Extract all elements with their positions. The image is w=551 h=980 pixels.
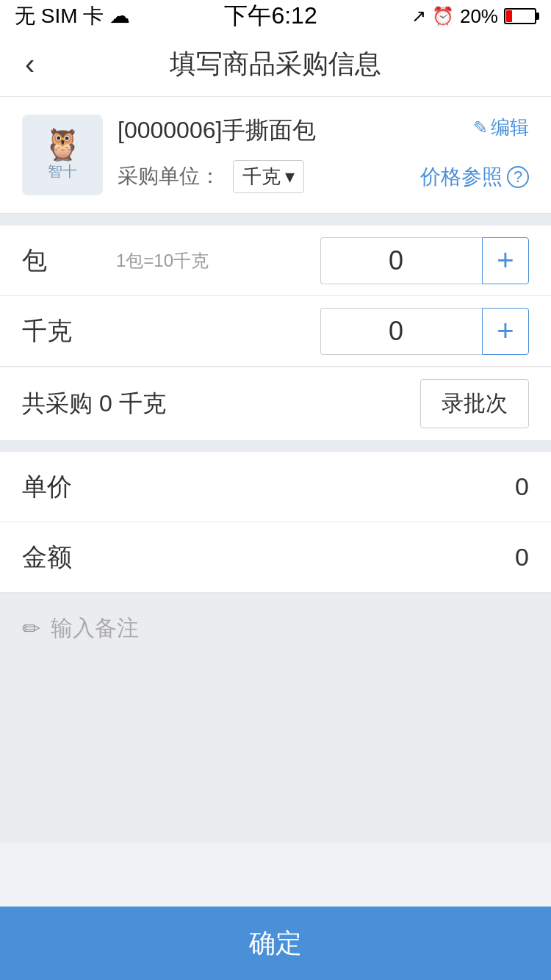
product-unit-row: 采购单位： 千克 ▾ 价格参照 ? [118,160,529,193]
section-divider-1 [0,214,551,226]
unit-dropdown-arrow: ▾ [285,165,295,188]
amount-value: 0 [515,543,529,572]
unit-label-area: 采购单位： 千克 ▾ [118,160,304,193]
bag-input-group: + [320,237,529,284]
product-header: [0000006]手撕面包 ✎ 编辑 [118,115,529,147]
amount-row: 金额 0 [0,522,551,593]
edit-button[interactable]: ✎ 编辑 [473,115,529,140]
kg-row: 千克 + [0,296,551,367]
kg-label: 千克 [22,314,110,348]
price-reference-button[interactable]: 价格参照 ? [420,163,529,191]
total-row: 共采购 0 千克 录批次 [0,367,551,440]
kg-quantity-input[interactable] [320,308,482,355]
page-title: 填写商品采购信息 [170,46,381,82]
notes-pencil-icon: ✏ [22,616,40,641]
battery-icon [504,8,536,24]
bag-plus-button[interactable]: + [482,237,529,284]
bag-row: 包 1包=10千克 + [0,226,551,296]
price-ref-label: 价格参照 [420,163,503,191]
status-left: 无 SIM 卡 ☁ [15,2,130,30]
unit-label: 采购单位： [118,165,220,187]
status-time: 下午6:12 [224,0,317,32]
product-thumbnail: 🦉 智十 [22,115,103,195]
alarm-icon: ⏰ [432,6,454,26]
bag-quantity-input[interactable] [320,237,482,284]
product-name: [0000006]手撕面包 [118,115,316,147]
product-info: [0000006]手撕面包 ✎ 编辑 采购单位： 千克 ▾ 价格参照 ? [118,115,529,193]
notes-placeholder: 输入备注 [51,613,139,644]
section-divider-2 [0,440,551,452]
product-thumb-text: 智十 [48,162,77,181]
edit-icon: ✎ [473,118,488,138]
kg-plus-button[interactable]: + [482,308,529,355]
confirm-button[interactable]: 确定 [0,907,551,980]
unit-value: 千克 [242,164,281,190]
status-bar: 无 SIM 卡 ☁ 下午6:12 ↗ ⏰ 20% [0,0,551,32]
quantity-section: 包 1包=10千克 + 千克 + 共采购 0 千克 录批次 [0,226,551,440]
kg-input-group: + [320,308,529,355]
unit-price-value: 0 [515,472,529,501]
record-batch-button[interactable]: 录批次 [420,379,529,428]
pricing-section: 单价 0 金额 0 [0,452,551,593]
amount-label: 金额 [22,541,72,574]
unit-price-label: 单价 [22,470,72,504]
notes-section[interactable]: ✏ 输入备注 [0,593,551,843]
unit-selector[interactable]: 千克 ▾ [233,160,304,193]
bag-sublabel: 1包=10千克 [116,249,209,273]
total-label: 共采购 0 千克 [22,388,166,420]
nav-icon: ↗ [411,6,426,26]
nav-bar: ‹ 填写商品采购信息 [0,32,551,97]
product-card: 🦉 智十 [0000006]手撕面包 ✎ 编辑 采购单位： 千克 ▾ 价格参照 … [0,97,551,214]
confirm-label: 确定 [249,926,302,962]
status-right: ↗ ⏰ 20% [411,5,536,28]
battery-percent: 20% [460,5,498,28]
no-sim-label: 无 SIM 卡 ☁ [15,2,130,30]
notes-input-area: ✏ 输入备注 [22,613,529,644]
back-button[interactable]: ‹ [18,40,42,88]
price-ref-help-icon: ? [507,166,529,188]
edit-label: 编辑 [491,115,529,140]
unit-price-row: 单价 0 [0,452,551,522]
bag-label: 包 [22,244,110,278]
product-owl-icon: 🦉 [43,129,82,160]
